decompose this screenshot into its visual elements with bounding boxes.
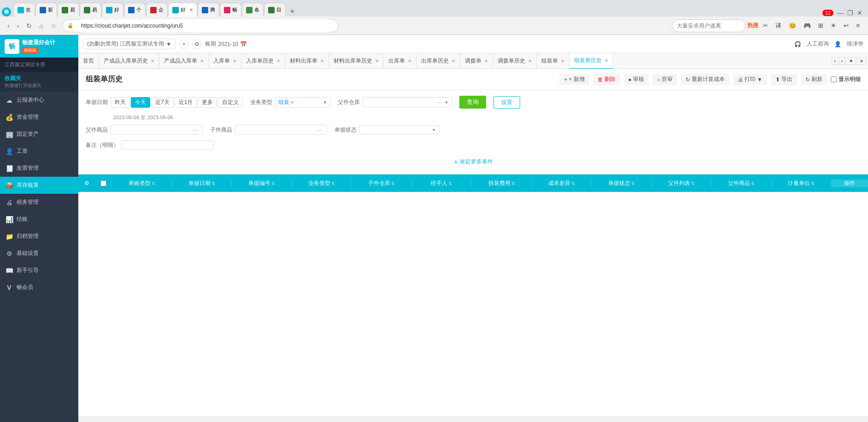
date-btn-more[interactable]: 更多: [198, 97, 217, 108]
table-select-all[interactable]: [95, 180, 111, 186]
th-business-type[interactable]: 业务类型 ⇅: [292, 179, 352, 187]
date-btn-custom[interactable]: 自定义: [218, 97, 243, 108]
tab-close-icon[interactable]: ✕: [276, 58, 280, 64]
company-selector[interactable]: (勿删勿禁用) 江西服宝测试专用 ▼: [83, 39, 176, 49]
sidebar-item-inventory[interactable]: 📦 库存核算: [0, 177, 78, 194]
th-unit[interactable]: 计量单位 ⇅: [771, 179, 831, 187]
browser-tab-8[interactable]: 腾: [198, 3, 219, 17]
tab-close-icon[interactable]: ✕: [452, 58, 455, 64]
sidebar-item-settlement[interactable]: 📊 结账: [0, 211, 78, 228]
horizontal-scrollbar[interactable]: [78, 416, 868, 422]
parent-warehouse-dots[interactable]: ···: [435, 98, 444, 106]
date-btn-today[interactable]: 今天: [131, 97, 150, 108]
date-btn-7days[interactable]: 近7天: [151, 97, 174, 108]
th-handler[interactable]: 经手人 ⇅: [411, 179, 471, 187]
tab-assembly-history[interactable]: 组装单历史 ✕: [569, 53, 613, 69]
browser-search-input[interactable]: [672, 19, 745, 32]
tab-close-icon[interactable]: ✕: [233, 58, 236, 64]
th-assembly-cost[interactable]: 拆装费用 ⇅: [471, 179, 531, 187]
tab-finished-goods-in-history[interactable]: 产成品入库单历史 ✕: [99, 53, 159, 69]
browser-tab-6[interactable]: 企: [146, 3, 168, 17]
child-goods-dots[interactable]: ···: [315, 126, 324, 133]
cut-button[interactable]: ✂: [760, 20, 771, 31]
sidebar-item-salary[interactable]: 👤 工资: [0, 143, 78, 160]
select-all-checkbox[interactable]: [100, 180, 106, 186]
bill-status-dropdown-icon[interactable]: ▼: [432, 127, 436, 133]
tab-home[interactable]: 首页: [78, 53, 99, 69]
sidebar-item-guide[interactable]: 📖 新手引导: [0, 262, 78, 279]
tab-close-icon[interactable]: ✕: [484, 58, 488, 64]
translate-button[interactable]: 译: [773, 20, 784, 32]
refresh-button[interactable]: ↻ 刷新: [801, 74, 827, 85]
show-detail-toggle[interactable]: 显示明细: [831, 75, 861, 83]
add-company-button[interactable]: +: [179, 40, 188, 49]
th-child-warehouse[interactable]: 子件仓库 ⇅: [352, 179, 411, 187]
sidebar-item-member[interactable]: V 畅会员: [0, 279, 78, 296]
business-type-dropdown-icon[interactable]: ▼: [323, 100, 327, 105]
audit-button[interactable]: ● 审核: [624, 74, 649, 85]
th-bill-status[interactable]: 单据状态 ⇅: [591, 179, 651, 187]
browser-tab-10[interactable]: 各: [242, 3, 264, 17]
browser-tab-11[interactable]: 目: [264, 3, 286, 17]
date-btn-1month[interactable]: 近1月: [175, 97, 197, 108]
recalculate-button[interactable]: ↻ 重新计算成本: [681, 74, 729, 85]
th-parent-list[interactable]: 父件列表 ⇅: [651, 179, 711, 187]
sidebar-item-cloud-report[interactable]: ☁ 云报表中心: [0, 92, 78, 109]
th-bill-no[interactable]: 单据编号 ⇅: [231, 179, 291, 187]
sidebar-item-archive[interactable]: 📁 归档管理: [0, 228, 78, 245]
reload-button[interactable]: ↻: [24, 20, 34, 31]
undo-button[interactable]: ↩: [841, 20, 851, 31]
export-button[interactable]: ⬆ 导出: [771, 74, 797, 85]
collapse-button[interactable]: ∧ 收起更多条件: [86, 155, 861, 168]
tab-material-out[interactable]: 材料出库单 ✕: [285, 53, 329, 69]
filter-settings-button[interactable]: 设置: [493, 96, 520, 109]
brightness-button[interactable]: ☀: [828, 20, 839, 31]
tab-options-button[interactable]: ≡: [857, 57, 866, 65]
tab-close-icon[interactable]: ✕: [561, 58, 564, 64]
tab-finished-goods-in[interactable]: 产成品入库单 ✕: [159, 53, 209, 69]
tab-stock-in[interactable]: 入库单 ✕: [209, 53, 241, 69]
sidebar-item-settings[interactable]: ⚙ 基础设置: [0, 245, 78, 262]
apps-button[interactable]: ⊞: [815, 20, 826, 31]
bill-status-input[interactable]: [363, 127, 432, 133]
tab-close-icon[interactable]: ✕: [375, 58, 379, 64]
browser-tab-3[interactable]: 易: [80, 3, 101, 17]
tab-close-icon[interactable]: ✕: [320, 58, 324, 64]
print-button[interactable]: 🖨 打印 ▼: [733, 74, 767, 85]
home-button[interactable]: ⌂: [37, 20, 45, 31]
tab-material-out-history[interactable]: 材料出库单历史 ✕: [329, 53, 384, 69]
tab-nav-right[interactable]: ›: [839, 57, 845, 65]
tab-close-icon[interactable]: ✕: [151, 58, 154, 64]
tab-close-icon[interactable]: ✕: [189, 7, 193, 12]
new-tab-button[interactable]: +: [286, 7, 299, 17]
close-tab-button[interactable]: ✕: [846, 57, 856, 65]
forward-button[interactable]: ›: [15, 20, 21, 31]
show-detail-checkbox[interactable]: [831, 76, 837, 82]
tab-nav-left[interactable]: ‹: [832, 57, 838, 65]
service-label[interactable]: 人工咨询: [807, 40, 829, 48]
window-close-btn[interactable]: ✕: [857, 9, 862, 17]
browser-tab-5[interactable]: 个: [124, 3, 146, 17]
menu-button[interactable]: ≡: [853, 20, 862, 31]
sidebar-favorites[interactable]: 收藏夹 快捷键打开收藏夹: [0, 72, 78, 92]
table-settings-btn[interactable]: ⚙: [78, 180, 95, 186]
sidebar-item-invoice[interactable]: 🧾 发票管理: [0, 160, 78, 177]
tab-stock-out-history[interactable]: 出库单历史 ✕: [416, 53, 460, 69]
th-parent-goods[interactable]: 父件商品 ⇅: [711, 179, 771, 187]
back-button[interactable]: ‹: [6, 20, 12, 31]
tab-stock-in-history[interactable]: 入库单历史 ✕: [241, 53, 285, 69]
child-goods-input[interactable]: [238, 127, 315, 133]
sidebar-item-fixed-assets[interactable]: 🏢 固定资产: [0, 126, 78, 143]
abandon-button[interactable]: ○ 弃审: [652, 74, 677, 85]
tab-close-icon[interactable]: ✕: [200, 58, 204, 64]
parent-warehouse-dropdown-icon[interactable]: ▼: [444, 100, 449, 105]
sidebar-item-tax[interactable]: 🖨 税务管理: [0, 194, 78, 211]
window-maximize-btn[interactable]: ❐: [847, 9, 853, 17]
browser-tab-4[interactable]: 好: [102, 3, 123, 17]
note-input[interactable]: [122, 140, 214, 150]
user-name[interactable]: 徐泽华: [847, 40, 863, 48]
tab-transfer-history[interactable]: 调拨单历史 ✕: [493, 53, 537, 69]
browser-tab-2[interactable]: 易: [58, 3, 79, 17]
date-btn-yesterday[interactable]: 昨天: [111, 97, 130, 108]
th-bill-date[interactable]: 单据日期 ⇅: [171, 179, 231, 187]
